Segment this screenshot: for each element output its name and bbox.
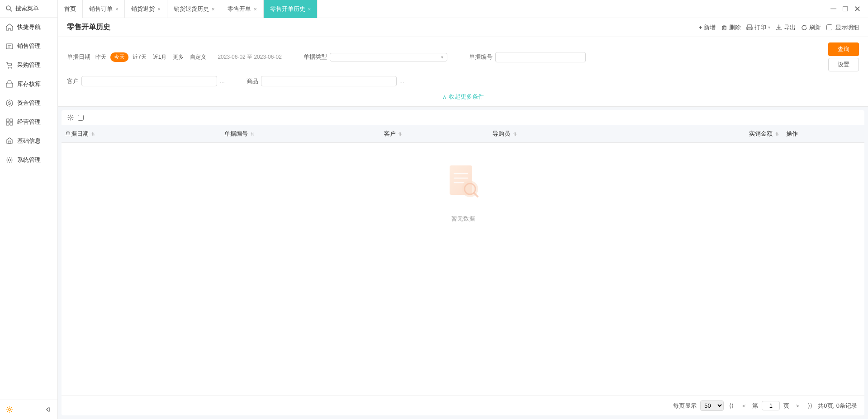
date-7days[interactable]: 近7天 — [130, 52, 149, 62]
select-all-checkbox[interactable] — [78, 115, 84, 121]
col-date-sort[interactable]: ⇅ — [91, 132, 95, 137]
print-button[interactable]: 打印 ▾ — [746, 24, 770, 32]
page-header: 零售开单历史 + 新增 删除 — [58, 18, 868, 37]
first-page-btn[interactable]: ⟨⟨ — [727, 401, 735, 410]
inventory-icon — [5, 80, 14, 88]
page-label: 第 — [752, 402, 758, 410]
setting-button[interactable]: 设置 — [828, 58, 859, 71]
col-amount-label: 实销金额 — [749, 130, 773, 137]
minimize-button[interactable]: ─ — [828, 4, 839, 14]
page-actions: + 新增 删除 — [699, 24, 859, 32]
table-area: 单据日期 ⇅ 单据编号 ⇅ 客户 ⇅ — [62, 110, 864, 415]
tab-sales-return[interactable]: 销货退货 × — [125, 0, 167, 18]
tab-retail-history[interactable]: 零售开单历史 × — [264, 0, 318, 18]
query-button[interactable]: 查询 — [828, 42, 859, 56]
tab-sales-return-close[interactable]: × — [157, 6, 160, 12]
tab-retail-history-close[interactable]: × — [308, 6, 311, 12]
date-options-group: 昨天 今天 近7天 近1月 更多 自定义 — [93, 52, 209, 62]
sidebar-search[interactable]: 搜索菜单 — [0, 0, 57, 18]
sidebar-label-sales: 销售管理 — [17, 42, 41, 50]
col-salesperson-sort[interactable]: ⇅ — [513, 132, 517, 137]
sidebar-item-quick-nav[interactable]: 快捷导航 — [0, 18, 57, 37]
collapse-sidebar-icon[interactable] — [44, 405, 52, 414]
type-filter-select[interactable]: ▾ — [330, 53, 447, 61]
type-filter-label: 单据类型 — [304, 53, 327, 61]
tab-sales-return-history[interactable]: 销货退货历史 × — [167, 0, 221, 18]
tab-retail-open[interactable]: 零售开单 × — [221, 0, 263, 18]
svg-rect-17 — [722, 26, 726, 30]
print-icon — [746, 24, 753, 31]
date-filter-label: 单据日期 — [67, 53, 90, 61]
refresh-button[interactable]: 刷新 — [801, 24, 821, 32]
delete-button[interactable]: 删除 — [721, 24, 741, 32]
maximize-button[interactable]: □ — [840, 4, 850, 14]
last-page-btn[interactable]: ⟩⟩ — [806, 401, 814, 410]
table-config-icon[interactable] — [67, 114, 74, 121]
tab-sales-order-close[interactable]: × — [115, 6, 118, 12]
sidebar-item-finance[interactable]: 资金管理 — [0, 94, 57, 113]
total-info: 共0页, 0条记录 — [818, 402, 857, 410]
goods-filter-field: 商品 ... — [247, 76, 404, 86]
svg-point-14 — [9, 159, 11, 161]
type-filter-field: 单据类型 ▾ — [304, 53, 447, 61]
table-header: 单据日期 ⇅ 单据编号 ⇅ 客户 ⇅ — [62, 125, 864, 143]
empty-text: 暂无数据 — [451, 215, 475, 223]
date-today[interactable]: 今天 — [110, 52, 128, 62]
tab-sales-return-label: 销货退货 — [131, 5, 155, 13]
col-number-sort[interactable]: ⇅ — [251, 132, 254, 137]
collapse-filter-btn[interactable]: ∧ 收起更多条件 — [67, 91, 859, 103]
sidebar-item-operations[interactable]: 经营管理 — [0, 113, 57, 132]
goods-filter-dots[interactable]: ... — [399, 78, 404, 85]
goods-filter-input[interactable] — [261, 76, 397, 86]
sidebar-item-system[interactable]: 系统管理 — [0, 151, 57, 169]
type-dropdown-icon: ▾ — [441, 55, 443, 60]
sidebar-item-purchase[interactable]: 采购管理 — [0, 56, 57, 75]
settings-icon[interactable] — [5, 405, 14, 414]
date-1month[interactable]: 近1月 — [151, 52, 169, 62]
next-page-btn[interactable]: ＞ — [793, 401, 802, 411]
svg-line-1 — [10, 10, 12, 12]
collapse-filter-icon: ∧ — [442, 94, 447, 100]
display-detail-button[interactable]: 显示明细 — [826, 24, 859, 32]
date-custom[interactable]: 自定义 — [188, 52, 209, 62]
col-amount-sort[interactable]: ⇅ — [775, 132, 779, 137]
tab-retail-open-close[interactable]: × — [254, 6, 256, 12]
date-more[interactable]: 更多 — [171, 52, 186, 62]
tabs-bar: 首页 销售订单 × 销货退货 × 销货退货历史 × 零售开单 × 零售开单历史 … — [58, 0, 868, 18]
col-salesperson-label: 导购员 — [493, 130, 510, 137]
add-button[interactable]: + 新增 — [699, 24, 716, 32]
number-filter-input[interactable] — [495, 52, 586, 62]
sidebar-footer — [0, 400, 57, 419]
svg-point-15 — [9, 409, 11, 411]
pagination: 每页显示 50 10 20 100 ⟨⟨ ＜ 第 页 ＞ ⟩⟩ 共0页, 0条记… — [62, 395, 864, 415]
display-detail-checkbox[interactable] — [826, 24, 832, 30]
sidebar-nav: 快捷导航 销售管理 采购管理 库存核算 — [0, 18, 57, 400]
export-icon — [776, 24, 782, 31]
svg-rect-2 — [6, 44, 13, 49]
per-page-select[interactable]: 50 10 20 100 — [700, 400, 724, 411]
tab-home[interactable]: 首页 — [58, 0, 83, 18]
per-page-label: 每页显示 — [673, 402, 697, 410]
sidebar-item-inventory[interactable]: 库存核算 — [0, 75, 57, 94]
close-button[interactable]: ✕ — [851, 4, 863, 14]
number-filter-label: 单据编号 — [469, 53, 493, 61]
tab-sales-return-history-close[interactable]: × — [212, 6, 214, 12]
sidebar-item-base[interactable]: 基础信息 — [0, 132, 57, 151]
export-label: 导出 — [784, 24, 796, 32]
page-input[interactable] — [762, 401, 780, 410]
svg-rect-12 — [10, 122, 13, 125]
col-customer-sort[interactable]: ⇅ — [398, 132, 402, 137]
prev-page-btn[interactable]: ＜ — [739, 401, 749, 411]
col-amount: 实销金额 ⇅ — [623, 125, 782, 143]
print-dropdown-icon[interactable]: ▾ — [768, 25, 770, 30]
sidebar-item-sales[interactable]: 销售管理 — [0, 37, 57, 56]
col-date: 单据日期 ⇅ — [62, 125, 221, 143]
customer-filter-dots[interactable]: ... — [220, 78, 225, 85]
tab-sales-order-label: 销售订单 — [89, 5, 113, 13]
col-action-label: 操作 — [786, 130, 798, 137]
svg-rect-7 — [6, 83, 13, 87]
customer-filter-input[interactable] — [81, 76, 217, 86]
tab-sales-order[interactable]: 销售订单 × — [83, 0, 125, 18]
date-yesterday[interactable]: 昨天 — [93, 52, 109, 62]
export-button[interactable]: 导出 — [776, 24, 796, 32]
